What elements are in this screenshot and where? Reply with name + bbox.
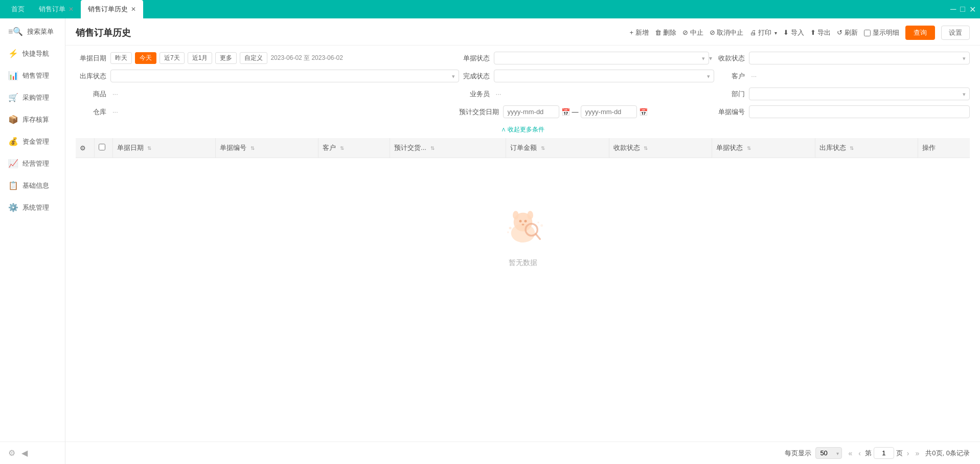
maximize-btn[interactable]: □: [960, 5, 965, 14]
prev-page-btn[interactable]: ‹: [856, 448, 863, 458]
search-menu-icon: ≡🔍: [8, 27, 23, 36]
page-header: 销售订单历史 + 新增 🗑 删除 ⊘ 中止 ⊘ 取消中止 🖨 打印: [65, 18, 980, 46]
customer-dots-btn[interactable]: ···: [749, 72, 759, 80]
delivery-date-to[interactable]: [581, 105, 637, 118]
data-table: ⚙ 单据日期 ⇅ 单据编号 ⇅ 客户 ⇅: [76, 138, 970, 298]
tab-close-history[interactable]: ✕: [131, 6, 136, 13]
sort-icon-bill-date: ⇅: [147, 145, 151, 151]
empty-text: 暂无数据: [509, 258, 537, 268]
salesperson-dots-btn[interactable]: ···: [494, 90, 504, 98]
sidebar-item-operations[interactable]: 📈 经营管理: [0, 152, 65, 174]
filter-department: 部门: [714, 87, 970, 100]
table-container: ⚙ 单据日期 ⇅ 单据编号 ⇅ 客户 ⇅: [65, 138, 980, 441]
th-gear[interactable]: ⚙: [76, 138, 94, 158]
filter-complete-status: 完成状态: [459, 70, 715, 82]
warehouse-dots-btn[interactable]: ···: [110, 108, 120, 116]
close-btn[interactable]: ✕: [969, 5, 976, 14]
tab-close-sales-order[interactable]: ✕: [69, 6, 74, 13]
th-bill-date[interactable]: 单据日期 ⇅: [112, 138, 215, 158]
date-btn-7days[interactable]: 近7天: [159, 52, 185, 64]
sidebar-item-basic-info[interactable]: 📋 基础信息: [0, 174, 65, 196]
date-btn-1month[interactable]: 近1月: [188, 52, 213, 64]
page-input[interactable]: [874, 447, 894, 459]
sidebar: ≡🔍 搜索菜单 ⚡ 快捷导航 📊 销售管理 🛒 采购管理 📦 库存核算 💰 资金…: [0, 18, 65, 464]
svg-point-12: [540, 224, 543, 227]
show-details-checkbox[interactable]: [864, 30, 871, 36]
svg-point-6: [521, 224, 524, 225]
sort-icon-bill-status: ⇅: [747, 145, 751, 151]
basic-info-icon: 📋: [8, 181, 18, 190]
filter-warehouse: 仓库 ···: [76, 107, 459, 117]
calendar-icon-from[interactable]: 📅: [561, 108, 570, 116]
goods-control: ···: [110, 90, 459, 98]
content-area: 销售订单历史 + 新增 🗑 删除 ⊘ 中止 ⊘ 取消中止 🖨 打印: [65, 18, 980, 464]
btn-refresh[interactable]: ↺ 刷新: [837, 28, 858, 37]
goods-dots-btn[interactable]: ···: [110, 90, 120, 98]
date-btn-more[interactable]: 更多: [215, 52, 237, 64]
setting-button[interactable]: 设置: [941, 26, 970, 40]
btn-export[interactable]: ⬆ 导出: [810, 28, 831, 37]
first-page-btn[interactable]: «: [846, 448, 854, 458]
filter-goods: 商品 ···: [76, 90, 459, 99]
department-select-wrapper: [749, 87, 970, 100]
out-status-select[interactable]: [110, 70, 459, 82]
th-bill-no[interactable]: 单据编号 ⇅: [215, 138, 318, 158]
filter-bill-status: 单据状态 ▾: [459, 52, 715, 64]
tab-sales-order-history[interactable]: 销售订单历史 ✕: [81, 0, 143, 18]
th-order-amount[interactable]: 订单金额 ⇅: [506, 138, 609, 158]
show-details-toggle[interactable]: 显示明细: [864, 28, 899, 37]
sidebar-item-capital[interactable]: 💰 资金管理: [0, 130, 65, 152]
btn-print[interactable]: 🖨 打印: [750, 28, 778, 37]
btn-new[interactable]: + 新增: [629, 28, 648, 37]
date-btn-today[interactable]: 今天: [135, 52, 156, 64]
tab-sales-order[interactable]: 销售订单 ✕: [32, 0, 81, 18]
complete-status-select[interactable]: [494, 70, 715, 82]
th-bill-status[interactable]: 单据状态 ⇅: [712, 138, 815, 158]
sidebar-item-search-menu[interactable]: ≡🔍 搜索菜单: [0, 20, 65, 42]
bill-status-select[interactable]: [494, 52, 710, 64]
date-btn-yesterday[interactable]: 昨天: [110, 52, 132, 64]
select-all-checkbox[interactable]: [99, 144, 105, 150]
th-payment-status[interactable]: 收款状态 ⇅: [609, 138, 712, 158]
bill-no-input[interactable]: [749, 105, 970, 118]
payment-status-select[interactable]: [749, 52, 970, 64]
calendar-icon-to[interactable]: 📅: [639, 108, 648, 116]
sidebar-item-quick-nav[interactable]: ⚡ 快捷导航: [0, 42, 65, 64]
btn-cancel-stop[interactable]: ⊘ 取消中止: [710, 28, 744, 37]
sidebar-bottom: ⚙ ◀: [0, 441, 65, 464]
btn-delete[interactable]: 🗑 删除: [655, 28, 677, 37]
th-delivery-date[interactable]: 预计交货... ⇅: [390, 138, 506, 158]
th-customer[interactable]: 客户 ⇅: [318, 138, 390, 158]
last-page-btn[interactable]: »: [914, 448, 922, 458]
department-select[interactable]: [749, 87, 970, 100]
sidebar-item-inventory[interactable]: 📦 库存核算: [0, 108, 65, 130]
svg-point-3: [527, 211, 533, 219]
btn-import[interactable]: ⬇ 导入: [783, 28, 804, 37]
warehouse-control: ···: [110, 108, 459, 116]
date-btn-custom[interactable]: 自定义: [240, 52, 267, 64]
quick-nav-icon: ⚡: [8, 49, 18, 58]
sidebar-item-purchase-mgmt[interactable]: 🛒 采购管理: [0, 86, 65, 108]
per-page-select[interactable]: 10 20 50 100: [815, 447, 842, 459]
settings-bottom-icon[interactable]: ⚙: [8, 448, 15, 458]
collapse-bar[interactable]: ∧ 收起更多条件: [76, 123, 970, 138]
delivery-date-from[interactable]: [503, 105, 559, 118]
btn-stop[interactable]: ⊘ 中止: [682, 28, 703, 37]
th-out-status[interactable]: 出库状态 ⇅: [815, 138, 918, 158]
next-page-btn[interactable]: ›: [905, 448, 911, 458]
th-checkbox[interactable]: [94, 138, 112, 158]
filter-date: 单据日期 昨天 今天 近7天 近1月 更多 自定义 2023-06-02 至 2…: [76, 52, 459, 64]
date-group: 昨天 今天 近7天 近1月 更多 自定义 2023-06-02 至 2023-0…: [110, 52, 343, 64]
minimize-btn[interactable]: ─: [950, 5, 956, 14]
sales-icon: 📊: [8, 71, 18, 80]
sidebar-item-sales-mgmt[interactable]: 📊 销售管理: [0, 64, 65, 86]
date-range-display: 2023-06-02 至 2023-06-02: [270, 54, 343, 62]
sidebar-item-system-mgmt[interactable]: ⚙️ 系统管理: [0, 196, 65, 218]
customer-label: 客户: [714, 72, 745, 81]
out-status-select-wrapper: [110, 70, 459, 82]
tab-home[interactable]: 首页: [4, 0, 32, 18]
collapse-sidebar-icon[interactable]: ◀: [21, 448, 28, 458]
query-button[interactable]: 查询: [905, 26, 935, 40]
total-info: 共0页, 0条记录: [925, 449, 970, 458]
filter-row-4: 仓库 ··· 预计交货日期 📅 — 📅 单据编号: [76, 105, 970, 118]
